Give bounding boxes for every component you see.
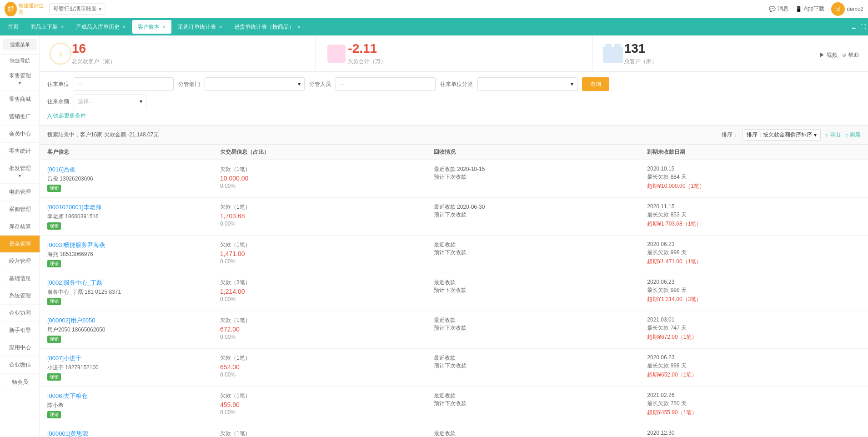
overdue-detail-link[interactable]: 超期¥1,214.00（3笔） bbox=[647, 296, 861, 303]
tab-close-icon[interactable]: ✕ bbox=[162, 25, 166, 30]
unit-category-label: 往来单位分类 bbox=[440, 80, 473, 88]
debt-info-cell: 欠款（1笔） 455.90 0.00% bbox=[220, 392, 434, 416]
tab-maximize-icon[interactable]: ⛶ bbox=[860, 24, 866, 30]
tab-close-icon[interactable]: ✕ bbox=[60, 25, 64, 30]
message-btn[interactable]: 💬 消息 bbox=[769, 5, 788, 13]
refresh-icon: ○ bbox=[845, 132, 848, 138]
sidebar-item-batch-mgmt[interactable]: 批发管理 ▾ bbox=[0, 160, 40, 184]
sidebar-item-enterprise-collab[interactable]: 企业协同 bbox=[0, 305, 40, 322]
sidebar-item-marketing[interactable]: 营销推广 bbox=[0, 108, 40, 126]
tab-close-icon[interactable]: ✕ bbox=[297, 25, 301, 30]
tab-close-icon[interactable]: ✕ bbox=[219, 25, 222, 30]
sidebar-item-new-guide[interactable]: 新手引导 bbox=[0, 322, 40, 339]
customer-name-link[interactable]: [000001]黄思源 bbox=[47, 430, 220, 437]
svg-rect-5 bbox=[605, 44, 612, 53]
customer-tag: 现销 bbox=[47, 185, 61, 192]
sidebar-item-ecommerce[interactable]: 电商管理 bbox=[0, 184, 40, 201]
debt-ratio: 0.00% bbox=[220, 258, 434, 265]
debt-info-cell: 欠款（1笔） 652.00 0.00% bbox=[220, 354, 434, 378]
customer-info-cell: [0002]服务中心_丁磊 服务中心_丁磊 181 0125 8371 现销 bbox=[47, 279, 220, 305]
manager-input[interactable]: ... bbox=[336, 77, 436, 91]
debt-info-cell: 欠款（1笔） 1,471.00 0.00% bbox=[220, 241, 434, 265]
customer-name-link[interactable]: [0003]畅捷服务尹海燕 bbox=[47, 241, 220, 249]
overdue-days: 最长欠款 747 天 bbox=[647, 324, 861, 332]
sidebar-item-base-info[interactable]: 基础信息 bbox=[0, 270, 40, 287]
stat-debt-customers: ¥ 16 总欠款客户（家） bbox=[40, 35, 316, 71]
quick-nav-btn[interactable]: 快捷导航 bbox=[0, 55, 40, 67]
app-download-btn[interactable]: 📱 App下载 bbox=[795, 5, 824, 13]
customer-tag: 现销 bbox=[47, 411, 61, 418]
tab-home[interactable]: 首页 bbox=[2, 20, 24, 34]
sidebar-item-operations[interactable]: 经营管理 bbox=[0, 253, 40, 270]
sidebar-item-finance[interactable]: 资金管理 bbox=[0, 236, 40, 253]
view-btn[interactable]: ▶ 视频 bbox=[819, 51, 837, 59]
sidebar-item-vip-member[interactable]: 畅会员 bbox=[0, 374, 40, 391]
customer-name-link[interactable]: [0002]服务中心_丁磊 bbox=[47, 279, 220, 287]
unit-category-select[interactable]: ▾ bbox=[477, 77, 577, 91]
dept-select[interactable]: ▾ bbox=[205, 77, 305, 91]
overdue-detail-link[interactable]: 超期¥1,703.68（1笔） bbox=[647, 220, 861, 228]
refresh-btn[interactable]: ○ 刷新 bbox=[845, 131, 861, 139]
sidebar-search[interactable]: 搜索菜单 bbox=[0, 35, 40, 55]
overdue-cell: 2020.10.15 最长欠款 884 天 超期¥10,000.00（1笔） bbox=[647, 166, 861, 190]
sidebar-item-enterprise-wechat[interactable]: 企业微信 bbox=[0, 357, 40, 374]
tab-production-history[interactable]: 产成品入库单历史 ✕ bbox=[70, 20, 131, 34]
sidebar-item-app-center[interactable]: 应用中心 bbox=[0, 339, 40, 357]
export-btn[interactable]: ○ 导出 bbox=[825, 131, 841, 139]
sidebar-item-purchase-mgmt[interactable]: 采购管理 bbox=[0, 201, 40, 218]
overdue-cell: 2021.03.01 最长欠款 747 天 超期¥672.00（1笔） bbox=[647, 316, 861, 341]
manager-label: 分管人员 bbox=[309, 80, 331, 88]
tab-purchase-stats[interactable]: 进货单统计表（按商品） ✕ bbox=[229, 20, 306, 34]
overdue-detail-link[interactable]: 超期¥10,000.00（1笔） bbox=[647, 182, 861, 190]
logo-icon: 好 bbox=[5, 2, 17, 16]
debt-count: 欠款（3笔） bbox=[220, 279, 434, 286]
overdue-detail-link[interactable]: 超期¥672.00（1笔） bbox=[647, 333, 861, 341]
overdue-detail-link[interactable]: 超期¥1,471.00（1笔） bbox=[647, 258, 861, 266]
debt-customers-icon: ¥ bbox=[49, 42, 72, 65]
query-btn[interactable]: 查询 bbox=[582, 77, 609, 91]
debt-count: 欠款（1笔） bbox=[220, 241, 434, 249]
next-payment: 预计下次收款 bbox=[434, 249, 647, 256]
tab-product-shelf[interactable]: 商品上下架 ✕ bbox=[25, 20, 70, 34]
logo-area: 好 畅捷通好生意 bbox=[5, 2, 45, 16]
col-recovery: 回收情况 bbox=[434, 148, 647, 156]
customer-name-link[interactable]: [0006]去下粮仓 bbox=[47, 392, 220, 400]
customer-name-link[interactable]: [0001020001]李老师 bbox=[47, 203, 220, 211]
from-unit-input[interactable]: ... bbox=[74, 77, 174, 91]
sidebar-item-retail-mgmt[interactable]: 零售管理 ▾ bbox=[0, 67, 40, 91]
debt-amount: 10,000.00 bbox=[220, 175, 434, 182]
svg-text:¥: ¥ bbox=[58, 50, 63, 59]
sidebar-item-inventory[interactable]: 库存核算 bbox=[0, 218, 40, 236]
debt-ratio: 0.00% bbox=[220, 372, 434, 378]
overdue-detail-link[interactable]: 超期¥652.00（1笔） bbox=[647, 371, 861, 379]
table-row: [000001]黄思源 黄思源 13552700226 现销 欠款（1笔） 42… bbox=[40, 424, 868, 437]
sidebar-item-system-mgmt[interactable]: 系统管理 bbox=[0, 287, 40, 305]
debt-ratio: 0.00% bbox=[220, 221, 434, 227]
balance-select[interactable]: 选择... ▾ bbox=[74, 95, 146, 108]
customer-name-link[interactable]: [000002]用户2050 bbox=[47, 316, 220, 325]
search-menu-btn[interactable]: 搜索菜单 bbox=[3, 39, 37, 50]
collapse-btn[interactable]: ⋀ 收起更多条件 bbox=[47, 112, 861, 120]
tab-purchase-order[interactable]: 采购订单统计表 ✕ bbox=[172, 20, 228, 34]
recovery-cell: 最近收款 预计下次收款 bbox=[434, 279, 647, 294]
overdue-detail-link[interactable]: 超期¥455.90（1笔） bbox=[647, 409, 861, 417]
debt-amount-number: -2.11 bbox=[348, 41, 386, 56]
debt-count: 欠款（1笔） bbox=[220, 166, 434, 173]
customer-name-link[interactable]: [0007]小进干 bbox=[47, 354, 220, 362]
tab-minimize-icon[interactable]: 🗕 bbox=[851, 24, 857, 30]
sort-select[interactable]: 排序：按欠款金额倒序排序 ▾ bbox=[743, 129, 821, 141]
debt-count: 欠款（1笔） bbox=[220, 316, 434, 324]
tab-customer-account[interactable]: 客户账本 ✕ bbox=[132, 20, 171, 34]
store-selector[interactable]: 母婴行业演示账套 ▾ bbox=[49, 3, 105, 15]
user-avatar[interactable]: d demo2 bbox=[831, 2, 863, 16]
sidebar-item-member-center[interactable]: 会员中心 bbox=[0, 126, 40, 143]
tab-bar: 首页 商品上下架 ✕ 产成品入库单历史 ✕ 客户账本 ✕ 采购订单统计表 ✕ 进… bbox=[0, 18, 868, 35]
help-btn[interactable]: ⊙ 帮助 bbox=[842, 51, 859, 59]
tab-close-icon[interactable]: ✕ bbox=[122, 25, 126, 30]
debt-count: 欠款（1笔） bbox=[220, 392, 434, 400]
next-payment: 预计下次收款 bbox=[434, 286, 647, 294]
debt-customers-label: 总欠款客户（家） bbox=[72, 58, 115, 65]
sidebar-item-retail-mall[interactable]: 零售商城 bbox=[0, 91, 40, 108]
customer-name-link[interactable]: [0016]吕俊 bbox=[47, 166, 220, 174]
sidebar-item-retail-stats[interactable]: 零售统计 bbox=[0, 143, 40, 160]
